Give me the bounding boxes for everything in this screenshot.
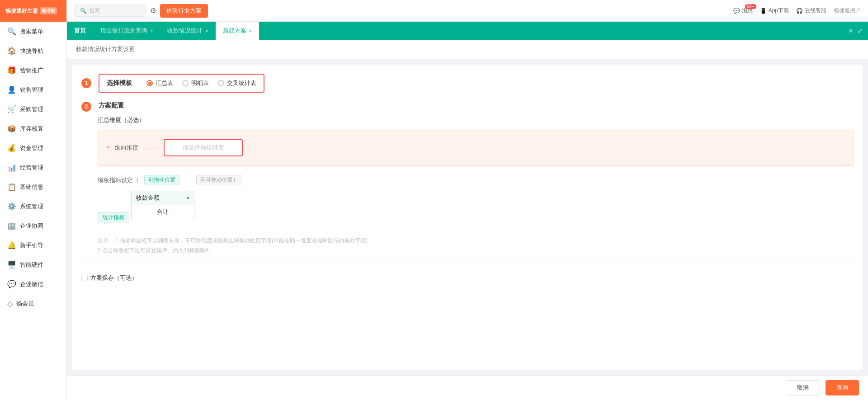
- chevron-down-icon[interactable]: ▾: [187, 195, 189, 201]
- sidebar-item-basic-info[interactable]: 📋 基础信息: [0, 177, 66, 197]
- metrics-section: 模板指标设定（ 可拖动位置 不可拖动位置） 统计指标: [98, 175, 854, 223]
- expand-icon[interactable]: ⤢: [857, 27, 863, 34]
- section1-row: 1 选择模板 汇总表 明细表 交叉统: [81, 74, 854, 93]
- sidebar-item-marketing[interactable]: 🎁 营销推广: [0, 61, 66, 80]
- sidebar-item-label: 基础信息: [20, 183, 43, 191]
- save-plan-checkbox[interactable]: 方案保存（可选）: [81, 274, 137, 282]
- sidebar-item-purchase[interactable]: 🛒 采购管理: [0, 99, 66, 119]
- template-selector-box: 选择模板 汇总表 明细表 交叉统计表: [99, 74, 264, 93]
- form-area: 1 选择模板 汇总表 明细表 交叉统: [72, 65, 863, 370]
- tab-bank-flow-close[interactable]: ×: [150, 28, 153, 33]
- radio-cross-circle: [218, 80, 224, 86]
- sidebar-item-quick-nav[interactable]: 🏠 快捷导航: [0, 41, 66, 61]
- message-icon: 💬: [733, 8, 740, 14]
- tab-new-plan[interactable]: 新建方案 ×: [216, 22, 259, 40]
- dim-select-button[interactable]: 请选择分组维度: [164, 139, 243, 156]
- stats-label: 统计指标: [98, 212, 129, 223]
- main-area: 🔍 搜索 ⚙ 体验行业方案 💬 消息 99+ 📱 App下载 🎧 在线客服 畅捷…: [67, 0, 868, 400]
- section2-row: 2 方案配置: [81, 102, 854, 112]
- draggable-tag: 可拖动位置: [144, 175, 179, 185]
- sidebar-item-sales[interactable]: 👤 销售管理: [0, 80, 66, 99]
- service-label: 在线客服: [805, 7, 826, 14]
- gift-icon: 🎁: [7, 66, 16, 75]
- logo-text: 畅捷通好生意: [5, 7, 38, 15]
- tab-bank-flow[interactable]: 现金银行流水查询 ×: [93, 22, 160, 40]
- sidebar-item-label: 资金管理: [20, 144, 43, 152]
- sidebar-item-label: 企业微信: [20, 280, 43, 288]
- settings-icon[interactable]: ⚙: [150, 6, 156, 15]
- sidebar-item-member[interactable]: ◇ 畅会员: [0, 294, 66, 313]
- sub-section-title: 汇总维度（必选）: [98, 116, 854, 124]
- hint-line-1: 提示： 1.拖动标题栏可以调整布局，不可跨维度或指标区域拖动栏目字段(只能在同一…: [98, 236, 854, 246]
- radio-summary-label: 汇总表: [156, 79, 173, 87]
- chart-icon: 📊: [7, 163, 16, 172]
- list-icon: 📋: [7, 183, 16, 191]
- header-right: 💬 消息 99+ 📱 App下载 🎧 在线客服 畅捷通用户: [733, 7, 861, 14]
- sidebar-item-system[interactable]: ⚙️ 系统管理: [0, 197, 66, 216]
- section1-title: 选择模板: [107, 79, 132, 87]
- gear-icon: ⚙️: [7, 202, 16, 211]
- vertical-dim-label: 纵向维度: [115, 144, 138, 152]
- sidebar-item-label: 销售管理: [20, 86, 43, 94]
- radio-detail-label: 明细表: [191, 79, 209, 87]
- hint-area: 提示： 1.拖动标题栏可以调整布局，不可跨维度或指标区域拖动栏目字段(只能在同一…: [98, 231, 854, 255]
- tab-receipt-stat-close[interactable]: ×: [205, 28, 208, 33]
- divider: [81, 263, 854, 263]
- sidebar-item-hardware[interactable]: 🖥️ 智能硬件: [0, 255, 66, 274]
- tab-bank-flow-label: 现金银行流水查询: [100, 27, 147, 35]
- query-button[interactable]: 查询: [826, 380, 859, 395]
- search-icon: 🔍: [7, 27, 16, 36]
- stats-table-header[interactable]: 收款金额 ▾: [132, 191, 194, 205]
- sidebar-item-label: 快捷导航: [20, 47, 43, 55]
- tab-receipt-stat[interactable]: 收款情况统计 ×: [160, 22, 215, 40]
- online-service-item[interactable]: 🎧 在线客服: [796, 7, 826, 14]
- header-left: 🔍 搜索 ⚙ 体验行业方案: [74, 4, 208, 18]
- version-badge: 标准版: [40, 7, 57, 14]
- stats-header-cell: 收款金额: [136, 194, 160, 202]
- radio-detail-circle: [182, 80, 189, 86]
- close-window-icon[interactable]: ✕: [848, 27, 854, 34]
- template-radio-group: 汇总表 明细表 交叉统计表: [146, 79, 256, 87]
- sidebar-item-weixin[interactable]: 💬 企业微信: [0, 274, 66, 294]
- sidebar-item-label: 新手引导: [20, 241, 43, 249]
- search-placeholder: 搜索: [90, 7, 100, 14]
- sidebar-item-enterprise[interactable]: 🏢 企业协同: [0, 216, 66, 235]
- radio-summary-circle: [146, 80, 153, 86]
- bottom-section: 方案保存（可选）: [81, 270, 854, 282]
- section2-content: 汇总维度（必选） * 纵向维度 —— 请选择分组维度 模板指标设定（: [98, 116, 854, 255]
- sidebar-item-operation[interactable]: 📊 经营管理: [0, 158, 66, 177]
- required-star: *: [107, 145, 109, 151]
- cart-icon: 🛒: [7, 105, 16, 113]
- bell-icon: 🔔: [7, 241, 16, 249]
- sidebar-item-label: 经营管理: [20, 164, 43, 172]
- radio-detail[interactable]: 明细表: [182, 79, 209, 87]
- tab-new-plan-label: 新建方案: [223, 27, 246, 35]
- sidebar-item-label: 采购管理: [20, 105, 43, 113]
- headset-icon: 🎧: [796, 8, 803, 14]
- home-icon: 🏠: [7, 47, 16, 55]
- sidebar-item-search-menu[interactable]: 🔍 搜索菜单: [0, 22, 66, 41]
- username-label: 畅捷通用户: [834, 7, 861, 14]
- cancel-button[interactable]: 取消: [786, 380, 820, 395]
- message-badge[interactable]: 💬 消息 99+: [733, 7, 753, 14]
- sidebar-item-finance[interactable]: 💰 资金管理: [0, 138, 66, 158]
- tab-home[interactable]: 首页: [67, 22, 93, 40]
- search-icon: 🔍: [80, 8, 87, 14]
- app-download-item[interactable]: 📱 App下载: [760, 7, 789, 14]
- building-icon: 🏢: [7, 221, 16, 230]
- sidebar-item-guide[interactable]: 🔔 新手引导: [0, 235, 66, 255]
- non-draggable-text: 不可拖动位置）: [200, 177, 238, 183]
- sidebar-item-inventory[interactable]: 📦 库存核算: [0, 119, 66, 138]
- checkbox-box: [81, 275, 88, 281]
- radio-cross[interactable]: 交叉统计表: [218, 79, 256, 87]
- tab-new-plan-close[interactable]: ×: [249, 28, 252, 33]
- hint-line-2: 2.点击标题栏下拉可设置排序、插入列和删除列: [98, 246, 854, 256]
- header-search[interactable]: 🔍 搜索: [74, 5, 146, 17]
- download-label: App下载: [769, 7, 789, 14]
- monitor-icon: 🖥️: [7, 260, 16, 269]
- radio-summary[interactable]: 汇总表: [146, 79, 173, 87]
- sidebar-logo: 畅捷通好生意 标准版: [0, 0, 66, 22]
- industry-plan-button[interactable]: 体验行业方案: [160, 4, 208, 18]
- dimension-row: * 纵向维度 —— 请选择分组维度: [107, 139, 844, 156]
- tab-bar: 首页 现金银行流水查询 × 收款情况统计 × 新建方案 × ✕ ⤢: [67, 22, 868, 40]
